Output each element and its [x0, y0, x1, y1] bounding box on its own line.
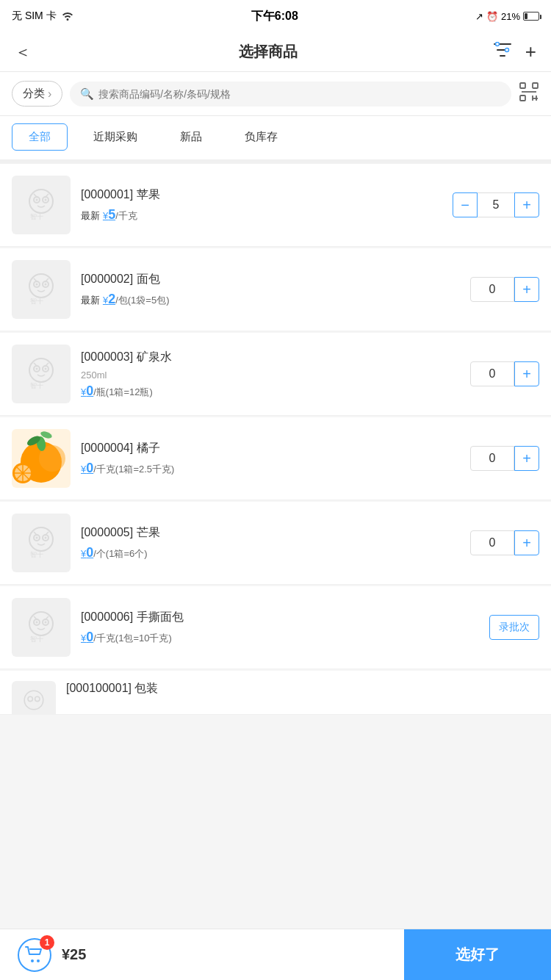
quantity-control: − +: [453, 192, 539, 217]
cart-button[interactable]: 1: [18, 938, 51, 972]
product-name: [0000002] 面包: [81, 272, 460, 287]
product-image: 智十: [12, 176, 71, 234]
list-item: [0000004] 橘子 ¥0/千克(1箱=2.5千克) +: [0, 417, 551, 500]
svg-rect-2: [500, 55, 505, 57]
nav-actions: +: [493, 40, 536, 63]
svg-point-12: [29, 190, 53, 213]
add-icon[interactable]: +: [525, 40, 536, 63]
quantity-increase-button[interactable]: +: [514, 530, 539, 555]
svg-point-18: [29, 274, 53, 298]
svg-text:智十: 智十: [30, 298, 43, 305]
page-title: 选择商品: [239, 42, 298, 62]
product-name: [0000005] 芒果: [81, 525, 460, 541]
tab-recent[interactable]: 近期采购: [76, 123, 154, 151]
svg-rect-5: [520, 83, 525, 88]
alarm-icon: ⏰: [486, 11, 498, 22]
status-time: 下午6:08: [251, 9, 298, 24]
category-label: 分类: [23, 87, 45, 101]
filter-tabs: 全部 近期采购 新品 负库存: [0, 116, 551, 164]
product-price: ¥0/千克(1箱=2.5千克): [81, 461, 460, 476]
status-left: 无 SIM 卡: [12, 10, 74, 23]
product-price: ¥0/个(1箱=6个): [81, 545, 460, 561]
svg-point-41: [29, 527, 53, 551]
svg-point-16: [45, 199, 47, 201]
search-input-wrapper: 🔍: [70, 82, 511, 107]
list-item: [000100001] 包装: [0, 671, 551, 715]
product-image: [12, 681, 56, 715]
quantity-decrease-button[interactable]: −: [453, 192, 478, 217]
product-list: 智十 [0000001] 苹果 最新 ¥5/千克 − +: [0, 164, 551, 715]
quantity-increase-button[interactable]: +: [514, 192, 539, 217]
quantity-increase-button[interactable]: +: [514, 361, 539, 386]
list-item: 智十 [0000002] 面包 最新 ¥2/包(1袋=5包) +: [0, 248, 551, 331]
confirm-button[interactable]: 选好了: [404, 929, 551, 981]
tab-negative[interactable]: 负库存: [228, 123, 295, 151]
filter-icon[interactable]: [493, 42, 512, 62]
svg-rect-7: [520, 96, 525, 101]
product-info: [0000001] 苹果 最新 ¥5/千克: [81, 187, 442, 223]
product-info: [0000003] 矿泉水 250ml ¥0/瓶(1箱=12瓶): [81, 350, 460, 399]
quantity-control: +: [470, 277, 539, 302]
list-item: 智十 [0000006] 手撕面包 ¥0/千克(1包=10千克) 录批次: [0, 586, 551, 669]
svg-text:智十: 智十: [30, 551, 43, 558]
product-price: ¥0/千克(1包=10千克): [81, 630, 479, 645]
category-button[interactable]: 分类 ›: [12, 81, 62, 107]
quantity-increase-button[interactable]: +: [514, 277, 539, 302]
nav-bar: ＜ 选择商品 +: [0, 32, 551, 72]
product-image: 智十: [12, 514, 71, 572]
product-price: ¥0/瓶(1箱=12瓶): [81, 383, 460, 399]
svg-point-57: [37, 959, 40, 962]
list-item: 智十 [0000003] 矿泉水 250ml ¥0/瓶(1箱=12瓶) +: [0, 333, 551, 416]
product-info: [0000004] 橘子 ¥0/千克(1箱=2.5千克): [81, 441, 460, 476]
product-info: [0000005] 芒果 ¥0/个(1箱=6个): [81, 525, 460, 561]
svg-rect-6: [533, 83, 538, 88]
search-bar: 分类 › 🔍: [0, 72, 551, 116]
battery-percent: 21%: [501, 11, 520, 22]
svg-point-4: [505, 48, 508, 51]
location-icon: ↗: [475, 11, 483, 22]
quantity-input[interactable]: [470, 446, 514, 471]
product-name: [000100001] 包装: [66, 681, 539, 696]
svg-point-3: [495, 42, 499, 46]
svg-point-44: [36, 537, 38, 539]
svg-text:智十: 智十: [30, 213, 43, 220]
product-name: [0000004] 橘子: [81, 441, 460, 456]
product-price: 最新 ¥2/包(1袋=5包): [81, 292, 460, 307]
quantity-input[interactable]: [470, 277, 514, 302]
cart-badge: 1: [40, 935, 54, 950]
scan-icon[interactable]: [519, 82, 539, 107]
tab-new[interactable]: 新品: [163, 123, 219, 151]
product-image: [12, 429, 71, 488]
list-item: 智十 [0000005] 芒果 ¥0/个(1箱=6个) +: [0, 502, 551, 585]
svg-point-27: [36, 368, 38, 370]
status-right: ↗ ⏰ 21%: [475, 11, 539, 22]
svg-text:智十: 智十: [30, 635, 43, 643]
cart-section: 1 ¥25: [0, 938, 404, 972]
search-input[interactable]: [98, 88, 501, 100]
quantity-increase-button[interactable]: +: [514, 446, 539, 471]
list-item: 智十 [0000001] 苹果 最新 ¥5/千克 − +: [0, 164, 551, 247]
svg-point-45: [45, 537, 47, 539]
svg-point-51: [45, 621, 47, 624]
svg-point-54: [28, 696, 32, 701]
svg-point-56: [31, 959, 34, 962]
product-name: [0000006] 手撕面包: [81, 610, 479, 625]
svg-text:智十: 智十: [30, 382, 43, 389]
svg-point-50: [36, 621, 38, 624]
product-info: [000100001] 包装: [66, 681, 539, 701]
quantity-input[interactable]: [470, 361, 514, 386]
quantity-input[interactable]: [470, 530, 514, 555]
wifi-icon: [61, 10, 74, 23]
carrier-text: 无 SIM 卡: [12, 10, 57, 23]
tab-all[interactable]: 全部: [12, 123, 68, 151]
quantity-control: +: [470, 530, 539, 555]
product-image: 智十: [12, 598, 71, 657]
back-button[interactable]: ＜: [15, 41, 44, 63]
category-chevron: ›: [48, 87, 51, 101]
quantity-input[interactable]: [478, 192, 514, 217]
batch-button[interactable]: 录批次: [489, 615, 539, 640]
svg-point-53: [24, 691, 43, 710]
svg-point-22: [45, 284, 47, 286]
bottom-bar: 1 ¥25 选好了: [0, 929, 551, 980]
product-info: [0000006] 手撕面包 ¥0/千克(1包=10千克): [81, 610, 479, 645]
